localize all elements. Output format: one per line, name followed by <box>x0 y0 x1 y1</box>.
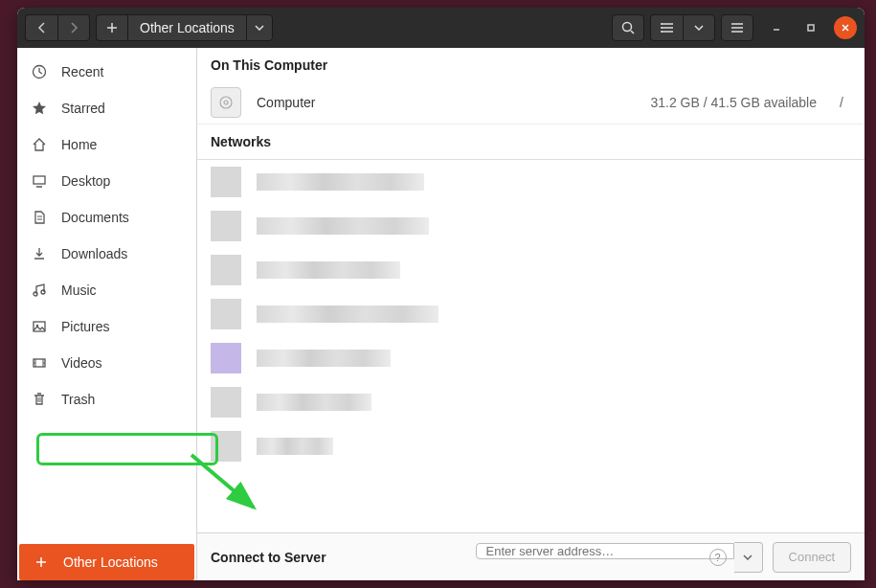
sidebar-item-label: Starred <box>61 101 105 116</box>
file-manager-window: Other Locations <box>17 8 865 580</box>
network-icon-redacted <box>211 343 241 373</box>
sidebar-item-home[interactable]: Home <box>17 126 196 163</box>
maximize-icon <box>806 23 816 33</box>
nav-buttons <box>25 14 90 41</box>
help-icon[interactable]: ? <box>709 549 727 566</box>
sidebar-item-recent[interactable]: Recent <box>17 54 196 90</box>
desktop-icon <box>31 172 48 190</box>
network-icon-redacted <box>211 211 241 241</box>
connect-button[interactable]: Connect <box>773 542 851 573</box>
maximize-button[interactable] <box>799 16 822 39</box>
titlebar: Other Locations <box>17 8 865 48</box>
picture-icon <box>31 318 48 335</box>
search-icon <box>621 21 635 34</box>
sidebar: Recent Starred Home Desktop Documents Do… <box>17 48 197 580</box>
forward-button[interactable] <box>57 14 90 41</box>
sidebar-item-label: Videos <box>61 355 102 371</box>
network-row[interactable] <box>197 292 865 336</box>
svg-point-13 <box>224 101 228 104</box>
svg-point-2 <box>661 27 663 29</box>
sidebar-item-label: Home <box>61 137 97 152</box>
music-icon <box>31 282 48 299</box>
network-row[interactable] <box>197 336 865 380</box>
computer-label: Computer <box>257 95 635 110</box>
sidebar-item-other-locations[interactable]: Other Locations <box>19 544 194 580</box>
network-row[interactable] <box>197 204 865 248</box>
video-icon <box>31 354 48 372</box>
sidebar-item-pictures[interactable]: Pictures <box>17 308 196 345</box>
search-button[interactable] <box>612 14 644 41</box>
plus-icon <box>33 554 50 571</box>
network-row[interactable] <box>197 248 865 292</box>
network-icon-redacted <box>211 387 241 418</box>
computer-row[interactable]: Computer 31.2 GB / 41.5 GB available / <box>197 80 865 124</box>
path-new-tab[interactable] <box>96 14 127 41</box>
server-history-dropdown[interactable] <box>734 542 763 573</box>
sidebar-item-music[interactable]: Music <box>17 272 196 308</box>
path-label: Other Locations <box>140 20 235 35</box>
server-address-input[interactable] <box>476 543 734 559</box>
on-this-computer-header: On This Computer <box>197 48 865 80</box>
svg-point-1 <box>661 23 663 25</box>
clock-icon <box>31 63 48 80</box>
svg-point-3 <box>661 31 663 33</box>
network-row[interactable] <box>197 380 865 424</box>
caret-down-icon <box>743 554 752 560</box>
svg-point-0 <box>623 23 632 32</box>
caret-down-icon <box>255 25 264 31</box>
network-label-redacted <box>257 350 391 367</box>
network-icon-redacted <box>211 431 241 462</box>
view-list-button[interactable] <box>650 14 683 41</box>
network-label-redacted <box>257 217 429 235</box>
sidebar-item-downloads[interactable]: Downloads <box>17 236 196 272</box>
chevron-right-icon <box>69 22 79 34</box>
chevron-left-icon <box>37 22 47 34</box>
document-icon <box>31 209 48 226</box>
sidebar-item-videos[interactable]: Videos <box>17 345 196 381</box>
back-button[interactable] <box>25 14 57 41</box>
network-label-redacted <box>257 173 424 191</box>
drive-icon <box>211 87 241 118</box>
sidebar-item-label: Documents <box>61 210 129 225</box>
download-icon <box>31 245 48 262</box>
sidebar-item-documents[interactable]: Documents <box>17 199 196 236</box>
network-label-redacted <box>257 261 400 279</box>
sidebar-item-starred[interactable]: Starred <box>17 90 196 126</box>
home-icon <box>31 136 48 153</box>
svg-point-8 <box>41 290 45 294</box>
sidebar-item-trash[interactable]: Trash <box>17 381 196 418</box>
hamburger-menu-button[interactable] <box>721 14 753 41</box>
path-bar: Other Locations <box>96 14 273 41</box>
network-row[interactable] <box>197 424 865 468</box>
caret-down-icon <box>694 25 704 31</box>
computer-storage: 31.2 GB / 41.5 GB available <box>650 95 817 110</box>
sidebar-item-label: Desktop <box>61 173 110 189</box>
networks-header: Networks <box>197 124 865 160</box>
network-row[interactable] <box>197 160 865 204</box>
sidebar-item-label: Trash <box>61 392 95 407</box>
network-icon-redacted <box>211 255 241 285</box>
close-button[interactable] <box>834 16 857 39</box>
computer-mount: / <box>832 95 851 110</box>
svg-point-7 <box>34 292 37 296</box>
connect-to-server-bar: Connect to Server ? Connect <box>197 532 865 580</box>
main-panel: On This Computer Computer 31.2 GB / 41.5… <box>197 48 865 580</box>
svg-rect-6 <box>34 176 45 184</box>
path-location[interactable]: Other Locations <box>127 14 246 41</box>
sidebar-item-label: Recent <box>61 64 103 79</box>
network-label-redacted <box>257 394 371 411</box>
network-label-redacted <box>257 438 333 455</box>
sidebar-item-label: Downloads <box>61 246 127 261</box>
svg-rect-9 <box>34 322 45 331</box>
network-icon-redacted <box>211 299 241 329</box>
hamburger-icon <box>730 22 744 34</box>
path-dropdown[interactable] <box>246 14 273 41</box>
sidebar-item-desktop[interactable]: Desktop <box>17 163 196 199</box>
minimize-icon <box>772 23 781 33</box>
trash-icon <box>31 391 48 408</box>
svg-rect-4 <box>808 25 814 31</box>
network-label-redacted <box>257 305 438 323</box>
close-icon <box>841 23 850 33</box>
view-dropdown-button[interactable] <box>683 14 715 41</box>
minimize-button[interactable] <box>765 16 788 39</box>
